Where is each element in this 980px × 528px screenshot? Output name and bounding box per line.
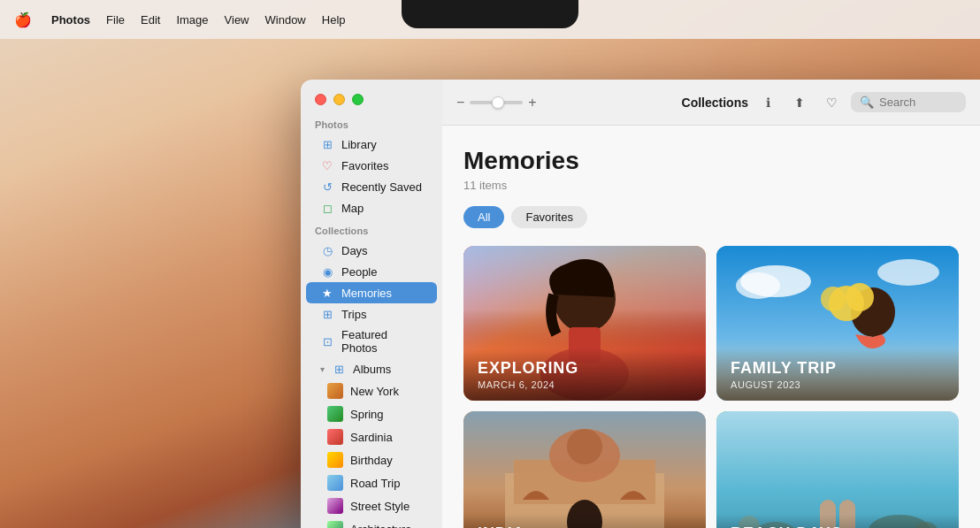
sidebar-item-new-york[interactable]: New York: [306, 379, 437, 402]
content-area: Memories 11 items All Favorites: [442, 126, 980, 528]
library-icon: ⊞: [320, 137, 334, 151]
memory-card-family-trip[interactable]: Family Trip AUGUST 2023: [716, 246, 959, 401]
info-button[interactable]: ℹ: [755, 90, 780, 115]
birthday-thumbnail: [327, 452, 343, 468]
heart-button[interactable]: ♡: [819, 90, 844, 115]
sidebar-item-library[interactable]: ⊞ Library: [306, 134, 437, 155]
architecture-thumbnail: [327, 521, 343, 528]
road-trip-thumbnail: [327, 475, 343, 491]
family-trip-date: AUGUST 2023: [731, 379, 945, 390]
menubar-view[interactable]: View: [225, 13, 249, 27]
sidebar-item-map[interactable]: ◻ Map: [306, 197, 437, 218]
sidebar-item-street-style[interactable]: Street Style: [306, 494, 437, 517]
toolbar-title: Collections: [682, 96, 748, 110]
minimize-button[interactable]: [333, 94, 345, 105]
menubar-photos[interactable]: Photos: [51, 13, 90, 27]
sidebar-item-sardinia[interactable]: Sardinia: [306, 425, 437, 448]
sidebar-label-featured-photos: Featured Photos: [341, 328, 426, 355]
sidebar-label-architecture: Architecture: [350, 523, 411, 529]
zoom-out-button[interactable]: −: [456, 96, 464, 110]
sidebar-item-favorites[interactable]: ♡ Favorites: [306, 155, 437, 176]
sidebar-item-memories[interactable]: ★ Memories: [306, 282, 437, 303]
zoom-slider[interactable]: [470, 101, 523, 104]
sidebar-label-days: Days: [341, 244, 368, 257]
filter-favorites-button[interactable]: Favorites: [511, 206, 586, 228]
search-icon: 🔍: [860, 96, 874, 109]
zoom-in-button[interactable]: +: [528, 96, 536, 110]
zoom-control: − +: [456, 96, 537, 110]
india-title: INDIA: [478, 524, 692, 528]
featured-photos-icon: ⊡: [320, 334, 334, 348]
sidebar-label-sardinia: Sardinia: [350, 431, 393, 444]
sidebar-item-architecture[interactable]: Architecture: [306, 517, 437, 528]
sardinia-thumbnail: [327, 429, 343, 445]
svg-point-12: [821, 287, 846, 311]
sidebar-label-memories: Memories: [341, 287, 392, 300]
zoom-thumb: [492, 96, 504, 109]
filter-all-button[interactable]: All: [463, 206, 504, 228]
india-image: [463, 411, 706, 528]
albums-header[interactable]: ▾ ⊞ Albums: [306, 358, 437, 379]
india-overlay: INDIA DECEMBER 2023: [463, 514, 706, 528]
maximize-button[interactable]: [352, 94, 364, 105]
item-count: 11 items: [463, 179, 959, 192]
menubar-help[interactable]: Help: [322, 13, 346, 27]
street-style-thumbnail: [327, 498, 343, 514]
toolbar: − + Collections ℹ ⬆ ♡ 🔍: [442, 80, 980, 126]
exploring-overlay: EXPLORING MARCH 6, 2024: [463, 348, 706, 401]
trips-icon: ⊞: [320, 307, 334, 321]
menubar-file[interactable]: File: [106, 13, 125, 27]
sidebar-label-road-trip: Road Trip: [350, 477, 400, 490]
family-trip-overlay: Family Trip AUGUST 2023: [716, 348, 959, 401]
sidebar-label-birthday: Birthday: [350, 454, 393, 467]
svg-point-17: [567, 429, 602, 464]
menubar-edit[interactable]: Edit: [141, 13, 160, 27]
sidebar-item-recently-saved[interactable]: ↺ Recently Saved: [306, 176, 437, 197]
traffic-lights: [301, 80, 442, 112]
beach-days-overlay: Beach Days OVER THE YEARS: [716, 514, 959, 528]
sidebar-item-trips[interactable]: ⊞ Trips: [306, 303, 437, 325]
sidebar-item-featured-photos[interactable]: ⊡ Featured Photos: [306, 325, 437, 358]
svg-rect-21: [716, 411, 959, 528]
albums-label: Albums: [353, 363, 391, 376]
favorites-icon: ♡: [320, 158, 334, 172]
svg-point-7: [736, 272, 780, 299]
svg-point-8: [877, 259, 939, 286]
filter-row: All Favorites: [463, 206, 959, 228]
close-button[interactable]: [315, 94, 326, 105]
people-icon: ◉: [320, 264, 334, 279]
share-button[interactable]: ⬆: [787, 90, 812, 115]
memory-card-india[interactable]: INDIA DECEMBER 2023: [463, 411, 706, 528]
page-title: Memories: [463, 147, 959, 175]
memory-card-exploring[interactable]: EXPLORING MARCH 6, 2024: [463, 246, 706, 401]
apple-menu[interactable]: 🍎: [14, 11, 32, 28]
collections-section-label: Collections: [301, 218, 442, 240]
beach-days-image: [716, 411, 959, 528]
new-york-thumbnail: [327, 383, 343, 399]
app-window: Photos ⊞ Library ♡ Favorites ↺ Recently …: [301, 80, 980, 528]
sidebar-item-birthday[interactable]: Birthday: [306, 448, 437, 471]
photos-section-label: Photos: [301, 112, 442, 134]
sidebar-item-people[interactable]: ◉ People: [306, 261, 437, 282]
memories-grid: EXPLORING MARCH 6, 2024: [463, 246, 959, 528]
svg-point-11: [846, 283, 874, 311]
sidebar-item-days[interactable]: ◷ Days: [306, 240, 437, 261]
memories-icon: ★: [320, 286, 334, 300]
sidebar-label-library: Library: [341, 138, 377, 151]
spring-thumbnail: [327, 406, 343, 422]
sidebar-label-favorites: Favorites: [341, 159, 388, 172]
sidebar-label-new-york: New York: [350, 385, 399, 398]
sidebar-item-road-trip[interactable]: Road Trip: [306, 471, 437, 494]
sidebar: Photos ⊞ Library ♡ Favorites ↺ Recently …: [301, 80, 442, 528]
menubar-window[interactable]: Window: [265, 13, 306, 27]
days-icon: ◷: [320, 243, 334, 257]
search-bar[interactable]: 🔍: [851, 92, 966, 112]
family-trip-title: Family Trip: [731, 359, 945, 378]
sidebar-label-recently-saved: Recently Saved: [341, 180, 422, 194]
sidebar-label-street-style: Street Style: [350, 500, 410, 513]
memory-card-beach-days[interactable]: Beach Days OVER THE YEARS: [716, 411, 959, 528]
menubar-image[interactable]: Image: [176, 13, 208, 27]
sidebar-item-spring[interactable]: Spring: [306, 402, 437, 425]
search-input[interactable]: [879, 96, 950, 109]
main-content: − + Collections ℹ ⬆ ♡ 🔍 Memories 11 item…: [442, 80, 980, 528]
